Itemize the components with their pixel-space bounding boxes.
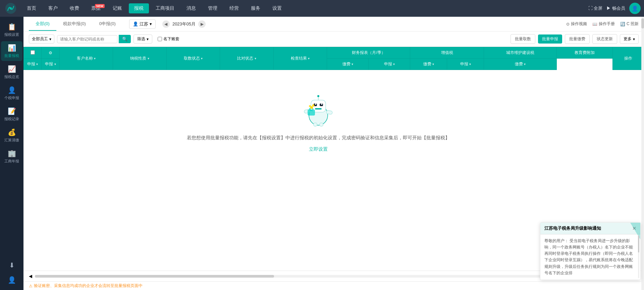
book-icon: 📖	[592, 22, 597, 26]
tab-tax-declare[interactable]: 税款申报(0)	[56, 17, 93, 31]
svg-rect-8	[315, 108, 322, 110]
play-icon: ▶	[606, 6, 611, 11]
top-navigation: 首页 客户 收费 票据 NEW 记账 报税 工商项目 消息 管理 经营 服务 设…	[0, 0, 644, 17]
refresh-btn[interactable]: 🔄 C 照新	[620, 21, 639, 27]
sidebar-item-batch-tax[interactable]: 📊 批量报税	[1, 41, 22, 61]
notification-body: 尊敬的用户： 受当前电子税务局进一步升级的影响，同一个政务网账号（办税人）名下的…	[540, 234, 640, 280]
sidebar-item-tax-records[interactable]: 📝 报税记录	[1, 104, 22, 124]
nav-accounting[interactable]: 记账	[107, 3, 127, 13]
tab-bar: 全部(0) 税款申报(0) 0申报(0) 👤 江苏 ▾ ◀ 2023年05月 ▶…	[23, 17, 644, 31]
chevron-down-icon: ▾	[49, 37, 51, 42]
refresh-icon: 🔄	[620, 22, 625, 26]
region-select[interactable]: 👤 江苏 ▾	[129, 19, 156, 29]
sidebar-user[interactable]: 👤	[1, 273, 22, 287]
batch-tax-icon: 📊	[8, 44, 16, 52]
new-badge: NEW	[95, 4, 105, 8]
notification-scrollbar[interactable]	[638, 235, 639, 278]
nav-business[interactable]: 工商项目	[150, 3, 180, 13]
nav-manage[interactable]: 管理	[203, 3, 223, 13]
prev-month-btn[interactable]: ◀	[162, 20, 170, 28]
nav-operation[interactable]: 经营	[224, 3, 244, 13]
svg-point-1	[9, 7, 12, 9]
svg-rect-18	[314, 123, 317, 126]
more-btn[interactable]: 更多 ▾	[620, 34, 639, 44]
avatar[interactable]: 👤	[629, 3, 641, 14]
employee-select[interactable]: 全部员工 ▾	[29, 34, 54, 44]
th-vat-pay: 缴费 ▾	[327, 59, 369, 70]
warning-bar: ⚠ 验证账密、采集信息均成功的企业才会流转至批量报税页面中	[23, 281, 644, 290]
right-scrollbar[interactable]	[641, 17, 644, 290]
th-settings[interactable]: ⚙	[42, 47, 59, 59]
tab-zero-declare[interactable]: 0申报(0)	[93, 17, 122, 31]
tax-overview-icon: 📈	[8, 65, 16, 73]
fullscreen-btn[interactable]: ⛶ 全屏	[588, 5, 603, 11]
th-financial-report: 财务报表（月/季）	[327, 47, 410, 59]
right-scroll-thumb	[641, 18, 644, 28]
nav-home[interactable]: 首页	[21, 3, 42, 13]
nav-customer[interactable]: 客户	[43, 3, 63, 13]
sidebar-download[interactable]: ⬇	[1, 259, 22, 272]
batch-declare-btn[interactable]: 批量申报	[538, 34, 562, 44]
th-city-tax: 城市维护建设税	[484, 47, 557, 59]
month-text: 2023年05月	[172, 21, 196, 27]
settlement-icon: 💰	[8, 128, 16, 136]
setup-link[interactable]: 立即设置	[309, 146, 328, 152]
nav-message[interactable]: 消息	[181, 3, 201, 13]
svg-point-10	[317, 95, 319, 97]
user-icon: 👤	[8, 276, 16, 284]
th-edu-declare: 申报 ▾	[447, 59, 484, 70]
filter-btn[interactable]: 筛选 ▾	[133, 34, 152, 44]
status-update-btn[interactable]: 状态更新	[592, 34, 617, 44]
fullscreen-icon: ⛶	[588, 6, 593, 11]
member-btn[interactable]: ▶ 畅会员	[606, 5, 625, 11]
nav-right: ⛶ 全屏 ▶ 畅会员 👤	[588, 3, 641, 14]
scroll-thumb	[35, 275, 274, 278]
annual-report-icon: 🏢	[8, 149, 16, 157]
warning-icon: ⚠	[29, 284, 33, 288]
sidebar-item-tax-overview[interactable]: 📈 报税总览	[1, 62, 22, 82]
search-btn[interactable]: 🔍	[119, 35, 131, 43]
toolbar: 全部员工 ▾ 🔍 筛选 ▾ 名下账套 批量取数 批量申报 批量缴费 状态更新 更…	[23, 31, 644, 47]
nav-billing[interactable]: 收费	[64, 3, 85, 13]
notification-scroll-thumb	[638, 235, 639, 252]
sidebar: 📋 报税设置 📊 批量报税 📈 报税总览 👤 个税申报 📝 报税记录 💰 汇算清…	[0, 17, 23, 290]
empty-state: 若您想使用批量报税功能，请先在【报税设置】中进行报税的初始化设置，完成密码验证和…	[24, 70, 613, 166]
nav-invoice[interactable]: 票据 NEW	[86, 3, 106, 13]
chevron-down-icon: ▾	[633, 37, 635, 42]
sidebar-item-annual-report[interactable]: 🏢 工商年报	[1, 147, 22, 166]
batch-pay-btn[interactable]: 批量缴费	[565, 34, 590, 44]
sidebar-item-personal-tax[interactable]: 👤 个税申报	[1, 83, 22, 103]
scroll-left-arrow[interactable]: ◀	[29, 274, 32, 279]
select-all-checkbox[interactable]	[31, 50, 35, 55]
robot-illustration	[298, 90, 338, 127]
sidebar-item-tax-settings[interactable]: 📋 报税设置	[1, 20, 22, 40]
notification-title: 江苏电子税务局升级影响通知	[544, 225, 601, 231]
sidebar-item-settlement[interactable]: 💰 汇算清缴	[1, 126, 22, 145]
th-customer-name: 客户名称 ▾	[59, 47, 113, 70]
svg-point-7	[321, 103, 322, 105]
th-operation: 操作	[613, 47, 644, 70]
personal-tax-icon: 👤	[8, 86, 16, 94]
logo[interactable]	[3, 1, 18, 16]
toolbar-actions: 批量取数 批量申报 批量缴费 状态更新 更多 ▾	[511, 34, 639, 44]
operation-manual-btn[interactable]: 📖 操作手册	[592, 21, 615, 27]
account-checkbox-input[interactable]	[158, 37, 162, 41]
next-month-btn[interactable]: ▶	[198, 20, 206, 28]
nav-settings[interactable]: 设置	[267, 3, 287, 13]
operation-video-btn[interactable]: ⊙ 操作视频	[566, 21, 587, 27]
search-input[interactable]	[57, 35, 117, 43]
th-vat: 增值税	[410, 47, 484, 59]
th-checkbox[interactable]	[24, 47, 42, 59]
nav-tax[interactable]: 报税	[129, 3, 149, 13]
download-icon: ⬇	[9, 261, 15, 269]
th-data-status: 取数状态 ▾	[166, 47, 220, 70]
tab-all[interactable]: 全部(0)	[29, 17, 56, 31]
batch-get-btn[interactable]: 批量取数	[511, 34, 535, 44]
svg-point-6	[315, 103, 316, 105]
account-checkbox[interactable]: 名下账套	[158, 36, 179, 42]
chevron-down-icon: ▾	[150, 21, 152, 26]
nav-items: 首页 客户 收费 票据 NEW 记账 报税 工商项目 消息 管理 经营 服务 设…	[21, 3, 588, 13]
nav-service[interactable]: 服务	[246, 3, 266, 13]
tab-right-actions: ⊙ 操作视频 📖 操作手册 🔄 C 照新	[566, 21, 639, 27]
warning-message: ⚠ 验证账密、采集信息均成功的企业才会流转至批量报税页面中	[29, 283, 639, 289]
